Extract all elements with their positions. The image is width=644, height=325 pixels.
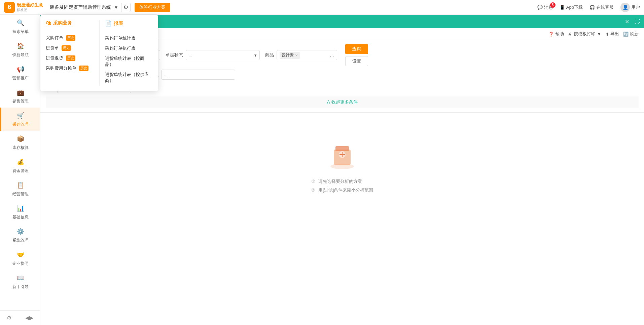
goods-return-item[interactable]: 进货退货 历史 <box>46 53 94 63</box>
goods-tag-close[interactable]: ✕ <box>295 53 298 57</box>
goods-filter: 商品 设计素 ✕ … <box>265 50 337 60</box>
collab-icon: 🤝 <box>16 250 25 259</box>
top-bar: 6 畅捷通好生意 标准版 装备及固定资产辅助管理系统 ▼ ⚙ 体验行业方案 💬 … <box>0 0 644 15</box>
purchase-col: 🛍 采购业务 采购订单 历史 进货单 历史 进货退货 历史 采购费用分摊单 历史 <box>46 20 94 86</box>
status-filter: 单据状态 ... ▾ <box>166 50 260 60</box>
message-button[interactable]: 💬 消息 5 <box>537 4 553 10</box>
gear-button[interactable]: ⚙ <box>121 3 131 12</box>
action-buttons: 查询 设置 <box>345 44 368 66</box>
sidebar-item-sales[interactable]: 💼 销售管理 <box>0 84 40 108</box>
goods-select[interactable]: 设计素 ✕ … <box>277 50 337 60</box>
sidebar-settings-btn[interactable]: ⚙ <box>4 313 14 322</box>
print-dropdown-icon: ▼ <box>597 32 601 37</box>
top-right: 💬 消息 5 📱 App下载 🎧 在线客服 👤 用户 <box>537 3 640 12</box>
status-label: 单据状态 <box>166 52 183 58</box>
sidebar-item-inventory[interactable]: 📦 库存核算 <box>0 131 40 154</box>
purchase-order-exec-item[interactable]: 采购订单执行表 <box>105 43 153 53</box>
goods-receipt-item[interactable]: 进货单 历史 <box>46 43 94 53</box>
online-service-button[interactable]: 🎧 在线客服 <box>589 4 614 10</box>
staff-filter: 业务员 ... <box>145 70 235 80</box>
sidebar-item-system[interactable]: ⚙️ 系统管理 <box>0 224 40 247</box>
industry-button[interactable]: 体验行业方案 <box>135 3 170 12</box>
history-tag-3: 历史 <box>79 66 88 71</box>
dots-icon: … <box>330 53 334 58</box>
settings-button[interactable]: 设置 <box>345 56 368 66</box>
export-icon: ⬆ <box>605 32 609 37</box>
sidebar-item-guide[interactable]: 📖 新手引导 <box>0 270 40 293</box>
headset-icon: 🎧 <box>589 5 595 10</box>
message-icon: 💬 <box>537 5 543 10</box>
help-button[interactable]: ❓ 帮助 <box>548 31 564 37</box>
tab-maximize-btn[interactable]: ⛶ <box>633 17 641 26</box>
history-tag-0: 历史 <box>66 35 75 41</box>
logo-area: 6 畅捷通好生意 标准版 <box>4 2 44 13</box>
sidebar-item-collab[interactable]: 🤝 企业协同 <box>0 247 40 270</box>
sidebar-bottom: ⚙ ◀▶ <box>0 310 40 325</box>
empty-hints: 请先选择要分析的方案 用[过滤]条件来缩小分析范围 <box>311 177 373 195</box>
goods-tag: 设计素 ✕ <box>280 52 300 59</box>
sidebar-item-purchase[interactable]: 🛒 采购管理 <box>0 108 40 131</box>
avatar: 👤 <box>620 3 630 12</box>
sidebar-item-quicknav[interactable]: 🏠 快捷导航 <box>0 38 40 61</box>
phone-icon: 📱 <box>560 5 565 10</box>
export-button[interactable]: ⬆ 导出 <box>605 31 619 37</box>
operation-icon: 📋 <box>16 180 25 190</box>
sidebar: 🔍 搜索菜单 🏠 快捷导航 📢 营销推广 💼 销售管理 🛒 采购管理 📦 库存核… <box>0 15 40 325</box>
dropdown-divider <box>99 20 100 86</box>
system-title-area: 装备及固定资产辅助管理系统 ▼ <box>50 4 118 10</box>
svg-rect-2 <box>335 146 349 151</box>
refresh-icon: 🔄 <box>623 32 629 37</box>
status-select[interactable]: ... ▾ <box>186 50 260 60</box>
hint-2: 用[过滤]条件来缩小分析范围 <box>311 186 373 195</box>
goods-stat-by-goods-item[interactable]: 进货单统计表（按商品） <box>105 53 153 70</box>
app-download-button[interactable]: 📱 App下载 <box>560 4 583 10</box>
sidebar-item-search[interactable]: 🔍 搜索菜单 <box>0 15 40 38</box>
goods-stat-by-supplier-item[interactable]: 进货单统计表（按供应商） <box>105 70 153 86</box>
system-title-text: 装备及固定资产辅助管理系统 <box>50 4 111 10</box>
purchase-order-item[interactable]: 采购订单 历史 <box>46 33 94 43</box>
print-icon: 🖨 <box>568 32 572 37</box>
sales-icon: 💼 <box>16 88 25 97</box>
tab-close-all-btn[interactable]: ✕ <box>623 17 631 26</box>
purchase-icon: 🛒 <box>16 111 25 120</box>
guide-icon: 📖 <box>16 273 25 283</box>
purchase-dropdown-menu: 🛍 采购业务 采购订单 历史 进货单 历史 进货退货 历史 采购费用分摊单 历史… <box>40 15 158 91</box>
sidebar-item-finance[interactable]: 💰 资金管理 <box>0 154 40 177</box>
tab-bar-right: ✕ ⛶ <box>623 17 641 26</box>
sidebar-item-marketing[interactable]: 📢 营销推广 <box>0 61 40 84</box>
message-badge: 5 <box>550 2 556 8</box>
hint-1: 请先选择要分析的方案 <box>311 177 373 186</box>
help-icon: ❓ <box>548 32 554 37</box>
marketing-icon: 📢 <box>16 65 25 74</box>
history-tag-1: 历史 <box>62 45 71 51</box>
chevron-down-icon: ▾ <box>254 53 257 58</box>
home-icon: 🏠 <box>16 41 25 51</box>
refresh-button[interactable]: 🔄 刷新 <box>623 31 639 37</box>
report-col: 📄 报表 采购订单统计表 采购订单执行表 进货单统计表（按商品） 进货单统计表（… <box>105 20 153 86</box>
system-icon: ⚙️ <box>16 227 25 236</box>
query-button[interactable]: 查询 <box>345 44 368 54</box>
sidebar-item-operation[interactable]: 📋 经营管理 <box>0 177 40 200</box>
purchase-order-stat-item[interactable]: 采购订单统计表 <box>105 33 153 43</box>
basic-icon: 📊 <box>16 204 25 213</box>
print-button[interactable]: 🖨 按模板打印 ▼ <box>568 31 601 37</box>
history-tag-2: 历史 <box>66 55 75 61</box>
empty-state: 请先选择要分析的方案 用[过滤]条件来缩小分析范围 <box>40 113 644 221</box>
sidebar-collapse-btn[interactable]: ◀▶ <box>23 313 36 322</box>
collapse-bar[interactable]: ⋀ 收起更多条件 <box>46 96 639 108</box>
logo-icon: 6 <box>4 2 15 13</box>
logo-text: 畅捷通好生意 标准版 <box>17 2 43 12</box>
finance-icon: 💰 <box>16 157 25 167</box>
purchase-col-icon: 🛍 <box>46 20 51 26</box>
inventory-icon: 📦 <box>16 134 25 144</box>
purchase-expense-item[interactable]: 采购费用分摊单 历史 <box>46 63 94 73</box>
report-col-icon: 📄 <box>105 20 112 27</box>
search-icon: 🔍 <box>16 18 25 28</box>
purchase-col-title: 🛍 采购业务 <box>46 20 94 29</box>
goods-label: 商品 <box>265 52 274 58</box>
user-menu-button[interactable]: 👤 用户 <box>620 3 640 12</box>
sidebar-item-basic[interactable]: 📊 基础信息 <box>0 200 40 224</box>
system-dropdown-btn[interactable]: ▼ <box>114 5 118 10</box>
empty-icon <box>325 139 359 173</box>
staff-select[interactable]: ... <box>161 70 235 80</box>
